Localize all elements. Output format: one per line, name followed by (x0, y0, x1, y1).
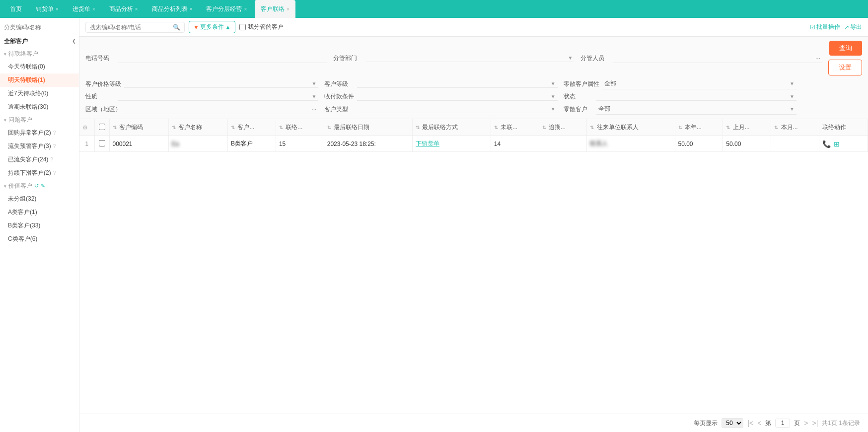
filter-row-3: 性质 ▼ 收付款条件 ▼ 状态 (85, 92, 862, 101)
close-product-analysis[interactable]: × (135, 6, 138, 12)
prev-page-btn[interactable]: < (757, 419, 761, 427)
page-input[interactable] (775, 419, 790, 428)
nav-purchase-order[interactable]: 进货单 × (67, 0, 101, 18)
th-overdue[interactable]: ⇅ 逾期... (539, 119, 587, 136)
sidebar-item-c-class[interactable]: C类客户(6) (0, 232, 79, 246)
row-checkbox[interactable] (99, 140, 105, 146)
nav-product-analysis-list[interactable]: 商品分析列表 × (146, 0, 199, 18)
th-name[interactable]: ⇅ 客户名称 (168, 119, 227, 136)
close-purchase-order[interactable]: × (92, 6, 95, 12)
sidebar-item-tomorrow-pending[interactable]: 明天待联络(1) (0, 73, 79, 87)
th-code[interactable]: ⇅ 客户编码 (109, 119, 168, 136)
row-index: 1 (79, 136, 94, 152)
th-last-method[interactable]: ⇅ 最后联络方式 (413, 119, 491, 136)
area-dots-icon[interactable]: ··· (311, 106, 316, 113)
per-page-select[interactable]: 50 (722, 418, 743, 428)
retail-customer-select[interactable]: 全部 ▼ (596, 104, 796, 115)
sidebar-item-churned[interactable]: 已流失客户(24) ? (0, 153, 79, 166)
row-last-method[interactable]: 下销货单 (413, 136, 491, 152)
nature-select[interactable]: ▼ (118, 93, 318, 101)
grid-action-icon[interactable]: ⊞ (834, 140, 840, 148)
col-sort-icon-lastmonth: ⇅ (726, 125, 730, 130)
th-contact-count[interactable]: ⇅ 联络... (276, 119, 324, 136)
search-icon[interactable]: 🔍 (173, 24, 180, 31)
row-contact-count: 15 (276, 136, 324, 152)
th-last-date[interactable]: ⇅ 最后联络日期 (324, 119, 412, 136)
row-checkbox-cell (94, 136, 109, 152)
nav-customer-contact[interactable]: 客户联络 × (255, 0, 295, 18)
my-customers-checkbox-area: 我分管的客户 (239, 23, 284, 31)
col-sort-icon-thisyear: ⇅ (678, 125, 682, 130)
sidebar-item-ungrouped[interactable]: 未分组(32) (0, 192, 79, 206)
person-select[interactable]: ··· (613, 54, 822, 63)
dept-field: 分管部门 ▼ (333, 54, 575, 63)
sidebar-item-declining[interactable]: 持续下滑客户(2) ? (0, 166, 79, 180)
customer-type-arrow-icon: ▼ (551, 106, 556, 112)
problem-group-label[interactable]: 问题客户 (0, 114, 79, 126)
table-wrapper: ⚙ ⇅ 客户编码 ⇅ 客户名称 (79, 119, 868, 414)
th-contacts[interactable]: ⇅ 往来单位联系人 (587, 119, 675, 136)
customer-type-select[interactable]: ▼ (357, 105, 557, 113)
close-sales-order[interactable]: × (56, 6, 59, 12)
phone-input[interactable] (118, 54, 327, 63)
col-sort-icon-type: ⇅ (231, 125, 235, 130)
export-btn[interactable]: ↗ 导出 (844, 23, 862, 31)
retail-attr-arrow-icon: ▼ (790, 81, 795, 86)
col-sort-icon-thismonth: ⇅ (774, 125, 778, 130)
sidebar-search-input[interactable] (4, 24, 78, 31)
close-customer-contact[interactable]: × (287, 6, 289, 12)
more-conditions-btn[interactable]: ▼ 更多条件 ▲ (189, 21, 235, 33)
sidebar-item-week-pending[interactable]: 近7天待联络(0) (0, 87, 79, 100)
customer-level-select[interactable]: ▼ (357, 80, 557, 88)
area-select[interactable]: ··· (124, 105, 318, 114)
status-select[interactable]: ▼ (596, 93, 796, 101)
value-group-label[interactable]: 价值客户 ↺ ✎ (0, 180, 79, 192)
sidebar-item-today-pending[interactable]: 今天待联络(0) (0, 60, 79, 73)
person-field: 分管人员 ··· (580, 54, 822, 63)
sidebar-item-repurchase-abnormal[interactable]: 回购异常客户(2) ? (0, 126, 79, 140)
pending-group-label[interactable]: 待联络客户 (0, 48, 79, 60)
close-customer-tier[interactable]: × (244, 6, 247, 12)
total-label: 共1页 1条记录 (822, 419, 860, 428)
sidebar-item-b-class[interactable]: B类客户(33) (0, 219, 79, 232)
sidebar-item-churn-warning[interactable]: 流失预警客户(3) ? (0, 140, 79, 153)
settings-gear-icon[interactable]: ⚙ (82, 124, 88, 131)
phone-action-icon[interactable]: 📞 (822, 140, 831, 148)
dept-arrow-icon: ▼ (568, 55, 573, 61)
sidebar-item-overdue-pending[interactable]: 逾期未联络(30) (0, 100, 79, 114)
nav-home[interactable]: 首页 (4, 0, 28, 18)
next-page-btn[interactable]: > (804, 419, 808, 427)
retail-attr-select[interactable]: 全部 ▼ (602, 78, 796, 89)
batch-ops-btn[interactable]: ☑ 批量操作 (810, 23, 840, 31)
sidebar-item-a-class[interactable]: A类客户(1) (0, 206, 79, 219)
row-contacts-blurred: 联系人 (590, 140, 608, 147)
nav-product-analysis[interactable]: 商品分析 × (103, 0, 144, 18)
person-dots-icon[interactable]: ··· (815, 55, 820, 62)
row-action: 📞 ⊞ (819, 136, 868, 152)
dept-select[interactable]: ▼ (366, 54, 575, 62)
nav-customer-tier[interactable]: 客户分层经营 × (200, 0, 253, 18)
customer-table: ⚙ ⇅ 客户编码 ⇅ 客户名称 (79, 119, 868, 152)
close-product-analysis-list[interactable]: × (190, 6, 193, 12)
customer-level-field: 客户等级 ▼ (324, 80, 557, 88)
search-box: 🔍 (85, 22, 185, 33)
col-sort-icon-overdue: ⇅ (542, 125, 546, 130)
th-last-month[interactable]: ⇅ 上月... (723, 119, 771, 136)
table-row: 1 000021 Ea B类客户 15 2023-05-23 18:25: 下销… (79, 136, 868, 152)
first-page-btn[interactable]: |< (747, 419, 753, 427)
set-button[interactable]: 设置 (828, 60, 862, 75)
last-page-btn[interactable]: >| (812, 419, 818, 427)
th-type[interactable]: ⇅ 客户... (228, 119, 276, 136)
all-customers-title[interactable]: 全部客户 《 (0, 35, 79, 48)
price-level-select[interactable]: ▼ (124, 80, 318, 88)
th-this-month[interactable]: ⇅ 本月... (771, 119, 819, 136)
my-customers-checkbox[interactable] (239, 24, 246, 30)
th-this-year[interactable]: ⇅ 本年... (675, 119, 723, 136)
search-input[interactable] (90, 24, 171, 31)
th-not-contact[interactable]: ⇅ 未联... (491, 119, 539, 136)
query-button[interactable]: 查询 (829, 41, 862, 56)
payment-select[interactable]: ▼ (357, 93, 557, 101)
select-all-checkbox[interactable] (99, 124, 105, 130)
nav-sales-order[interactable]: 销货单 × (30, 0, 65, 18)
nature-arrow-icon: ▼ (311, 94, 316, 99)
